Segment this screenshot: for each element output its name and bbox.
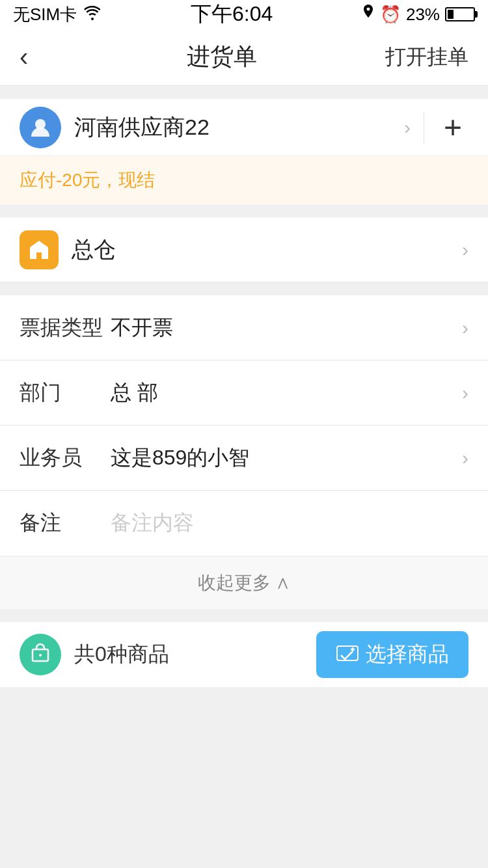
page-title: 进货单 xyxy=(187,41,257,73)
invoice-chevron-icon: › xyxy=(462,317,468,339)
warehouse-name: 总仓 xyxy=(72,235,462,265)
status-time: 下午6:04 xyxy=(191,0,273,29)
svg-rect-3 xyxy=(337,646,358,660)
select-product-label: 选择商品 xyxy=(366,640,449,669)
notice-row: 应付-20元，现结 xyxy=(0,156,488,204)
supplier-name: 河南供应商22 xyxy=(74,113,404,142)
location-icon xyxy=(362,5,375,25)
staff-row[interactable]: 业务员 这是859的小智 › xyxy=(0,426,488,491)
status-right: ⏰ 23% xyxy=(362,5,475,25)
status-bar: 无SIM卡 下午6:04 ⏰ 23% xyxy=(0,0,488,29)
bottom-bar: 共0种商品 选择商品 xyxy=(0,622,488,687)
form-section: 票据类型 不开票 › 部门 总 部 › 业务员 这是859的小智 › 备注 备注… xyxy=(0,295,488,556)
alarm-icon: ⏰ xyxy=(380,5,401,25)
warehouse-icon xyxy=(20,230,59,269)
carrier-label: 无SIM卡 xyxy=(13,3,77,26)
nav-bar: ‹ 进货单 打开挂单 xyxy=(0,29,488,86)
product-count-label: 共0种商品 xyxy=(74,640,316,669)
divider-1 xyxy=(0,86,488,99)
supplier-row[interactable]: 河南供应商22 › + xyxy=(0,99,488,156)
staff-value: 这是859的小智 xyxy=(111,444,462,472)
add-button[interactable]: + xyxy=(437,109,468,145)
svg-point-2 xyxy=(39,654,42,657)
dept-value: 总 部 xyxy=(111,379,462,407)
staff-label: 业务员 xyxy=(20,444,111,472)
warehouse-section: 总仓 › xyxy=(0,217,488,282)
footer-area xyxy=(0,687,488,868)
remark-row[interactable]: 备注 备注内容 xyxy=(0,491,488,556)
product-icon xyxy=(20,634,61,675)
remark-label: 备注 xyxy=(20,509,111,537)
supplier-chevron-icon: › xyxy=(404,116,411,139)
supplier-section: 河南供应商22 › + 应付-20元，现结 xyxy=(0,99,488,204)
back-button[interactable]: ‹ xyxy=(20,42,59,72)
invoice-value: 不开票 xyxy=(111,314,462,342)
select-product-button[interactable]: 选择商品 xyxy=(316,631,468,678)
open-pending-button[interactable]: 打开挂单 xyxy=(385,43,468,72)
remark-input[interactable]: 备注内容 xyxy=(111,509,468,537)
invoice-row[interactable]: 票据类型 不开票 › xyxy=(0,295,488,360)
status-left: 无SIM卡 xyxy=(13,3,102,26)
supplier-avatar xyxy=(20,107,61,148)
vertical-divider xyxy=(424,111,424,144)
warehouse-row[interactable]: 总仓 › xyxy=(0,217,488,282)
collapse-row[interactable]: 收起更多 ∧ xyxy=(0,557,488,609)
dept-row[interactable]: 部门 总 部 › xyxy=(0,360,488,426)
dept-chevron-icon: › xyxy=(462,382,468,404)
staff-chevron-icon: › xyxy=(462,447,468,469)
battery-percent: 23% xyxy=(406,5,440,25)
battery-icon xyxy=(445,7,475,21)
wifi-icon xyxy=(83,5,102,25)
warehouse-chevron-icon: › xyxy=(462,239,468,261)
invoice-label: 票据类型 xyxy=(20,314,111,342)
dept-label: 部门 xyxy=(20,379,111,407)
